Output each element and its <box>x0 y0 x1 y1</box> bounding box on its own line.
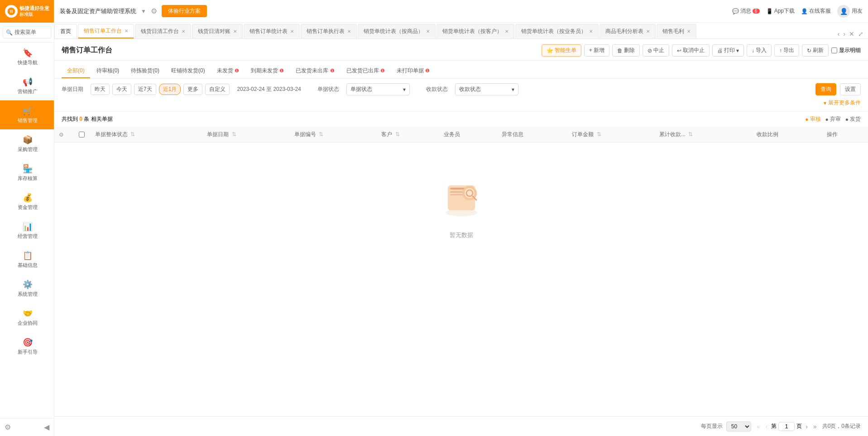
stop-button[interactable]: ⊘ 中止 <box>643 44 669 57</box>
sub-tab-unprinted[interactable]: 未打印单据 ❶ <box>391 64 435 78</box>
page-size-select[interactable]: 50 10 20 100 <box>726 422 751 431</box>
sidebar-search-button[interactable]: 🔍 搜索菜单 <box>3 26 51 38</box>
col-customer-sort[interactable]: ⇅ <box>395 131 400 137</box>
page-number-input[interactable] <box>778 422 795 431</box>
import-button[interactable]: ↓ 导入 <box>747 44 772 57</box>
sidebar-item-finance[interactable]: 💰 资金管理 <box>0 187 54 216</box>
sidebar-item-inventory[interactable]: 🏪 库存核算 <box>0 158 54 187</box>
batch-revoke-button[interactable]: ● 弃审 <box>825 115 841 123</box>
search-button[interactable]: 查询 <box>815 83 836 95</box>
sidebar-item-purchase[interactable]: 📦 采购管理 <box>0 129 54 158</box>
batch-ship-button[interactable]: ● 发货 <box>845 115 861 123</box>
tab-sales-stat-product[interactable]: 销货单统计表（按商品） ✕ <box>358 24 436 38</box>
tab-home[interactable]: 首页 <box>54 24 77 38</box>
tabs-close-all-button[interactable]: ✕ <box>847 29 856 38</box>
sidebar-collapse-button[interactable]: ◀ <box>44 423 49 431</box>
smart-icon: ⭐ <box>547 47 553 54</box>
status-filter-select[interactable]: 单据状态 ▾ <box>346 83 410 95</box>
refresh-button[interactable]: ↻ 刷新 <box>802 44 829 57</box>
tab-sales-stat[interactable]: 销售订单统计表 ✕ <box>244 24 300 38</box>
col-date-sort[interactable]: ⇅ <box>232 131 236 137</box>
date-1month-btn[interactable]: 近1月 <box>159 84 181 95</box>
cancel-stop-button[interactable]: ↩ 取消中止 <box>672 44 710 57</box>
select-all-checkbox[interactable] <box>79 132 85 137</box>
print-dropdown-icon: ▾ <box>736 47 739 54</box>
next-page-button[interactable]: › <box>804 422 810 431</box>
sidebar-item-marketing[interactable]: 📢 营销推广 <box>0 71 54 100</box>
tab-sales-stat-customer[interactable]: 销货单统计表（按客户） ✕ <box>436 24 514 38</box>
smart-create-button[interactable]: ⭐ 智能生单 <box>542 44 581 57</box>
print-button[interactable]: 🖨 打印 ▾ <box>712 44 744 57</box>
sub-tab-unshipped[interactable]: 未发货 ❶ <box>211 64 245 78</box>
tab-sales-order[interactable]: 销售订单工作台 ✕ <box>78 24 134 38</box>
tab-sales-stat-product-close[interactable]: ✕ <box>426 29 430 34</box>
prev-page-button[interactable]: ‹ <box>764 422 770 431</box>
sidebar-item-system[interactable]: ⚙️ 系统管理 <box>0 274 54 303</box>
delete-button[interactable]: 🗑 删除 <box>612 44 640 57</box>
sub-tab-expired[interactable]: 到期未发货 ❶ <box>245 64 289 78</box>
sidebar-item-quick-nav[interactable]: 🔖 快捷导航 <box>0 43 54 71</box>
export-button[interactable]: ↑ 导出 <box>774 44 799 57</box>
user-name: 用友 <box>852 7 863 15</box>
date-7days-btn[interactable]: 近7天 <box>134 84 156 95</box>
column-settings-icon[interactable]: ⚙ <box>59 132 64 138</box>
tab-sales-order-close[interactable]: ✕ <box>125 28 128 33</box>
sub-tab-all[interactable]: 全部(0) <box>62 64 90 78</box>
first-page-button[interactable]: « <box>755 422 762 431</box>
sidebar-item-enterprise[interactable]: 🤝 企业协同 <box>0 303 54 332</box>
sidebar-item-basic[interactable]: 📋 基础信息 <box>0 245 54 274</box>
tab-cash-reconcile-close[interactable]: ✕ <box>233 29 237 34</box>
trial-button[interactable]: 体验行业方案 <box>162 5 207 17</box>
tabs-next-button[interactable]: › <box>841 29 847 38</box>
col-collected-sort[interactable]: ⇅ <box>688 131 693 137</box>
tab-sales-exec[interactable]: 销售订单执行表 ✕ <box>301 24 357 38</box>
tab-sales-stat-close[interactable]: ✕ <box>290 29 294 34</box>
col-status-sort[interactable]: ⇅ <box>130 131 135 137</box>
date-today-btn[interactable]: 今天 <box>112 84 131 95</box>
date-custom-btn[interactable]: 自定义 <box>205 84 230 95</box>
col-number-sort[interactable]: ⇅ <box>319 131 323 137</box>
tab-margin-close[interactable]: ✕ <box>646 29 650 34</box>
sub-tab-shipped-not-out[interactable]: 已发货未出库 ❶ <box>290 64 340 78</box>
expand-filter-button[interactable]: ▾ 展开更多条件 <box>824 99 861 107</box>
online-service-button[interactable]: 👤 在线客服 <box>801 7 831 15</box>
topbar-settings-icon[interactable]: ⚙ <box>151 7 157 15</box>
tab-sales-stat-staff-close[interactable]: ✕ <box>589 29 593 34</box>
tab-sales-profit[interactable]: 销售毛利 ✕ <box>657 24 696 38</box>
date-more-btn[interactable]: 更多 <box>183 84 202 95</box>
sidebar-search-area[interactable]: 🔍 搜索菜单 <box>0 23 54 43</box>
system-dropdown-icon[interactable]: ▼ <box>141 8 146 14</box>
sub-tab-pending-review[interactable]: 待审核(0) <box>91 64 125 78</box>
sub-tab-shipped-out[interactable]: 已发货已出库 ❶ <box>341 64 390 78</box>
payment-filter-select[interactable]: 收款状态 ▾ <box>455 83 518 95</box>
tab-cash-daily[interactable]: 钱货日清工作台 ✕ <box>135 24 191 38</box>
tab-cash-daily-close[interactable]: ✕ <box>182 29 185 34</box>
tab-sales-profit-close[interactable]: ✕ <box>687 29 691 34</box>
tab-sales-stat-staff[interactable]: 销货单统计表（按业务员） ✕ <box>515 24 599 38</box>
filter-settings-button[interactable]: 设置 <box>840 83 861 95</box>
date-yesterday-btn[interactable]: 昨天 <box>91 84 110 95</box>
select-all-checkbox-wrap[interactable] <box>77 132 86 137</box>
batch-audit-button[interactable]: ● 审核 <box>805 115 820 123</box>
tabs-fullscreen-button[interactable]: ⤢ <box>856 29 865 38</box>
sub-tab-pending-inspect[interactable]: 待拣验货(0) <box>125 64 165 78</box>
show-detail-toggle[interactable]: 显示明细 <box>831 47 861 54</box>
tab-sales-stat-customer-close[interactable]: ✕ <box>505 29 508 34</box>
user-menu-button[interactable]: 👤 用友 <box>837 5 863 18</box>
tabs-prev-button[interactable]: ‹ <box>836 29 842 38</box>
app-download-button[interactable]: 📱 App下载 <box>766 7 795 15</box>
sidebar-item-sales[interactable]: 🛒 销售管理 <box>0 100 54 129</box>
message-button[interactable]: 💬 消息 6 <box>732 7 760 15</box>
sub-tab-wangpu[interactable]: 旺铺待发货(0) <box>166 64 211 78</box>
sidebar-settings-button[interactable]: ⚙ <box>5 423 11 431</box>
sub-tabs: 全部(0) 待审核(0) 待拣验货(0) 旺铺待发货(0) 未发货 ❶ 到期未发… <box>54 61 868 79</box>
tab-margin-analysis[interactable]: 商品毛利分析表 ✕ <box>599 24 656 38</box>
sidebar-item-guide[interactable]: 🎯 新手引导 <box>0 332 54 361</box>
last-page-button[interactable]: » <box>811 422 819 431</box>
add-button[interactable]: + 新增 <box>584 44 609 57</box>
col-amount-sort[interactable]: ⇅ <box>597 131 601 137</box>
tab-sales-exec-close[interactable]: ✕ <box>347 29 351 34</box>
show-detail-checkbox[interactable] <box>831 47 837 53</box>
tab-cash-reconcile[interactable]: 钱货日清对账 ✕ <box>192 24 243 38</box>
sidebar-item-operations[interactable]: 📊 经营管理 <box>0 216 54 245</box>
